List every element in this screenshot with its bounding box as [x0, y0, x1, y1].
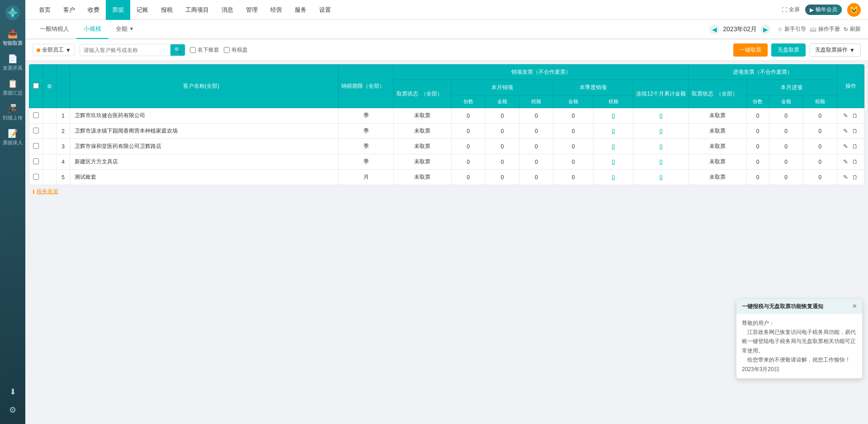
row-sales-12month[interactable]: 0 [633, 124, 689, 139]
filter-icon-sales-status[interactable]: ▼ [444, 91, 448, 96]
notification-header: 一键报税与无盘取票功能恢复通知 ✕ [736, 299, 862, 314]
has-tax-checkbox[interactable]: 有税盘 [224, 46, 248, 54]
sidebar-item-invoice-entry[interactable]: 📝 票据录入 [0, 125, 25, 150]
filter-icon-period[interactable]: ▼ [386, 84, 391, 89]
subtab-all[interactable]: 全能 ▼ [108, 20, 141, 39]
fullscreen-btn[interactable]: ⛶ 全屏 [782, 6, 800, 14]
topnav-bookkeeping[interactable]: 记账 [130, 0, 155, 20]
filter-icon-purchase-status[interactable]: ▼ [739, 91, 744, 96]
th-customer-name: 客户名称(全部) ▼ [70, 65, 339, 108]
edit-icon[interactable]: ✎ [843, 174, 848, 181]
detail-icon[interactable]: 🗋 [852, 112, 858, 119]
subtab-actions: ☆ 新手引导 📖 操作手册 ↻ 刷新 [778, 25, 861, 33]
refresh-btn[interactable]: ↻ 刷新 [844, 25, 861, 33]
row-checkbox-cell [29, 170, 43, 185]
topnav-business[interactable]: 工商项目 [179, 0, 215, 20]
logo [4, 4, 22, 22]
sidebar-item-download[interactable]: ⬇ [7, 383, 18, 401]
detail-icon[interactable]: 🗋 [852, 128, 858, 134]
row-sales-12month[interactable]: 0 [633, 108, 689, 124]
topnav-tax[interactable]: 报税 [155, 0, 179, 20]
toolbar-right: 一键取票 无盘取票 无盘取票操作 ▼ [733, 43, 861, 57]
notification-panel: 一键报税与无盘取票功能恢复通知 ✕ 尊敬的用户： 江苏政务网已恢复访问电子税务局… [736, 299, 863, 379]
topnav-billing[interactable]: 收费 [81, 0, 106, 20]
sidebar-item-issue-invoice[interactable]: 📄 发票开具 [0, 50, 25, 75]
row-purchase-month-amount: 0 [769, 139, 803, 154]
topnav-service[interactable]: 服务 [288, 0, 313, 20]
edit-icon[interactable]: ✎ [843, 112, 848, 119]
row-purchase-month-shares: 0 [746, 124, 769, 139]
row-checkbox[interactable] [33, 143, 39, 149]
row-sales-quarter-tax[interactable]: 0 [593, 124, 633, 139]
subtab-general[interactable]: 一般纳税人 [33, 20, 76, 39]
topnav-customer[interactable]: 客户 [57, 0, 81, 20]
one-click-fetch-button[interactable]: 一键取票 [733, 43, 768, 57]
row-checkbox[interactable] [33, 158, 39, 164]
chevron-down-icon: ▼ [66, 47, 71, 53]
row-sales-status: 未取票 [393, 124, 451, 139]
row-purchase-month-tax: 0 [803, 154, 837, 170]
row-sales-status: 未取票 [393, 154, 451, 170]
sidebar-item-settings[interactable]: ⚙ [7, 401, 18, 419]
new-guide-btn[interactable]: ☆ 新手引导 [778, 25, 806, 33]
period-prev-button[interactable]: ◀ [709, 24, 719, 34]
no-disk-fetch-button[interactable]: 无盘取票 [771, 43, 806, 57]
row-sales-12month[interactable]: 0 [633, 154, 689, 170]
th-purchase-status: 取票状态（全部） ▼ [689, 80, 746, 108]
user-avatar[interactable]: 🐱 [847, 3, 861, 17]
topnav-message[interactable]: 消息 [215, 0, 240, 20]
row-sales-month-tax: 0 [519, 139, 553, 154]
row-sales-quarter-tax[interactable]: 0 [593, 170, 633, 185]
topnav-settings[interactable]: 设置 [313, 0, 337, 20]
sidebar-item-smart-fetch[interactable]: 📥 智能取票 [0, 25, 25, 50]
invoice-entry-icon: 📝 [8, 129, 18, 138]
row-sales-month-shares: 0 [451, 154, 485, 170]
notification-body: 尊敬的用户： 江苏政务网已恢复访问电子税务局功能，易代账一键登陆电子税务局与无盘… [736, 314, 862, 378]
row-sales-quarter-tax[interactable]: 0 [593, 108, 633, 124]
search-button[interactable]: 🔍 [170, 44, 185, 56]
row-sales-quarter-tax[interactable]: 0 [593, 154, 633, 170]
edit-icon[interactable]: ✎ [843, 143, 848, 150]
row-sales-quarter-tax[interactable]: 0 [593, 139, 633, 154]
period-next-button[interactable]: ▶ [760, 24, 770, 34]
download-icon: ⬇ [9, 387, 16, 397]
topnav-home[interactable]: 首页 [33, 0, 57, 20]
row-checkbox[interactable] [33, 174, 39, 180]
topnav-operation[interactable]: 经营 [264, 0, 288, 20]
period-label: 2023年02月 [723, 25, 757, 33]
select-all-checkbox[interactable] [33, 83, 39, 89]
manual-btn[interactable]: 📖 操作手册 [810, 25, 840, 33]
th-sales-group: 销项发票（不合作废票） [393, 65, 689, 80]
vip-button[interactable]: ▶ 畅年会员 [805, 5, 842, 15]
employee-select[interactable]: 全部员工 ▼ [33, 44, 75, 56]
vip-icon: ▶ [810, 7, 814, 13]
topnav-invoice[interactable]: 票据 [106, 0, 130, 20]
row-settings-cell [43, 108, 57, 124]
row-sales-12month[interactable]: 0 [633, 139, 689, 154]
invoice-table-wrap: ⚙ 客户名称(全部) ▼ 纳税期限（全部） ▼ [29, 64, 864, 185]
tax-policy-link[interactable]: 税务政策 [37, 188, 58, 195]
detail-icon[interactable]: 🗋 [852, 174, 858, 181]
row-sales-12month[interactable]: 0 [633, 170, 689, 185]
topnav-management[interactable]: 管理 [240, 0, 264, 20]
row-checkbox[interactable] [33, 128, 39, 133]
invoice-table: ⚙ 客户名称(全部) ▼ 纳税期限（全部） ▼ [29, 64, 864, 185]
subtab-small[interactable]: 小规模 [76, 20, 108, 39]
subtab-right: ◀ 2023年02月 ▶ ☆ 新手引导 📖 操作手册 ↻ 刷新 [709, 24, 861, 34]
notification-close-button[interactable]: ✕ [852, 303, 857, 310]
row-sales-month-tax: 0 [519, 154, 553, 170]
detail-icon[interactable]: 🗋 [852, 143, 858, 150]
my-account-checkbox[interactable]: 名下账套 [190, 46, 219, 54]
row-sales-quarter-amount: 0 [553, 139, 594, 154]
detail-icon[interactable]: 🗋 [852, 158, 858, 165]
edit-icon[interactable]: ✎ [843, 158, 848, 165]
filter-icon[interactable]: ▼ [221, 84, 225, 89]
row-purchase-month-tax: 0 [803, 108, 837, 124]
row-checkbox[interactable] [33, 112, 39, 118]
sidebar-item-scan-upload[interactable]: 📠 扫描上传 [0, 100, 25, 125]
sidebar-item-invoice-summary[interactable]: 📋 票据汇总 [0, 75, 25, 100]
edit-icon[interactable]: ✎ [843, 128, 848, 134]
row-sales-month-tax: 0 [519, 124, 553, 139]
search-input[interactable] [80, 45, 170, 55]
no-disk-operations-button[interactable]: 无盘取票操作 ▼ [809, 43, 861, 57]
